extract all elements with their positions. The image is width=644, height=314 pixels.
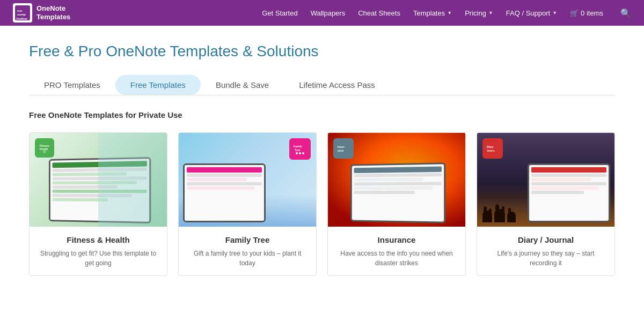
- svg-point-11: [299, 152, 301, 154]
- card-badge-family: Family Tree: [289, 138, 311, 160]
- svg-point-12: [302, 152, 304, 154]
- nav-item-get-started[interactable]: Get Started: [262, 9, 297, 17]
- svg-text:comp: comp: [17, 13, 26, 16]
- card-badge-fitness: Fitness Health: [35, 138, 54, 158]
- card-title-fitness: Fitness & Health: [37, 235, 159, 244]
- search-button[interactable]: 🔍: [616, 8, 631, 18]
- card-insurance[interactable]: Insur- ance: [327, 132, 466, 276]
- card-title-family: Family Tree: [186, 235, 309, 244]
- nav-links: Get Started Wallpapers Cheat Sheets Temp…: [262, 8, 631, 18]
- svg-text:Tree: Tree: [295, 148, 301, 152]
- nav-item-faq[interactable]: FAQ / Support▼: [506, 9, 557, 17]
- tablet-mockup-insurance: [350, 162, 446, 223]
- logo[interactable]: cur. comp OneNote OneNote Templates: [13, 3, 70, 23]
- tab-bar: PRO Templates Free Templates Bundle & Sa…: [29, 75, 615, 95]
- card-title-insurance: Insurance: [335, 235, 458, 244]
- main-content: Free & Pro OneNote Templates & Solutions…: [16, 26, 628, 276]
- tablet-mockup-family: [183, 163, 266, 222]
- cart-button[interactable]: 🛒 0 items: [570, 9, 603, 17]
- card-title-diary: Diary / Journal: [485, 235, 607, 244]
- cards-grid: Fitness Health: [29, 132, 615, 276]
- svg-rect-13: [336, 141, 350, 155]
- chevron-down-icon: ▼: [447, 10, 452, 16]
- chevron-down-icon: ▼: [488, 10, 493, 16]
- card-body-diary: Diary / Journal Life's a journey so they…: [477, 227, 614, 275]
- logo-text: OneNote Templates: [36, 4, 70, 21]
- nav-item-cheat-sheets[interactable]: Cheat Sheets: [358, 9, 400, 17]
- svg-text:Diary: Diary: [487, 145, 494, 148]
- svg-text:Insur-: Insur-: [338, 145, 345, 148]
- logo-icon: cur. comp OneNote: [13, 3, 32, 23]
- tab-bundle-save[interactable]: Bundle & Save: [201, 75, 284, 95]
- chevron-down-icon: ▼: [552, 10, 557, 16]
- svg-text:OneNote: OneNote: [16, 17, 27, 20]
- svg-point-10: [296, 152, 298, 154]
- tab-free-templates[interactable]: Free Templates: [115, 75, 201, 95]
- card-body-insurance: Insurance Have access to the info you ne…: [328, 227, 465, 275]
- camel-silhouettes: [482, 209, 516, 222]
- svg-text:cur.: cur.: [17, 9, 23, 12]
- card-family-tree[interactable]: Family Tree: [178, 132, 317, 276]
- svg-text:Health: Health: [40, 147, 48, 151]
- nav-item-pricing[interactable]: Pricing▼: [465, 9, 493, 17]
- card-diary-journal[interactable]: Diary Journ.: [477, 132, 615, 276]
- card-desc-diary: Life's a journey so they say – start rec…: [485, 249, 607, 268]
- card-body-fitness: Fitness & Health Struggling to get fit? …: [30, 227, 167, 275]
- card-badge-insurance: Insur- ance: [333, 138, 354, 159]
- card-desc-family: Gift a family tree to your kids – plant …: [186, 249, 309, 268]
- card-image-insurance: Insur- ance: [328, 133, 465, 227]
- nav-item-wallpapers[interactable]: Wallpapers: [311, 9, 346, 17]
- svg-point-7: [43, 150, 46, 153]
- svg-text:ance: ance: [338, 149, 344, 152]
- search-icon: 🔍: [620, 9, 631, 18]
- card-fitness-health[interactable]: Fitness Health: [29, 132, 167, 276]
- card-image-fitness: Fitness Health: [30, 133, 167, 227]
- section-label: Free OneNote Templates for Private Use: [29, 110, 615, 119]
- cart-icon: 🛒: [570, 9, 579, 17]
- nav-item-templates[interactable]: Templates▼: [413, 9, 452, 17]
- tab-lifetime-access[interactable]: Lifetime Access Pass: [284, 75, 390, 95]
- tablet-mockup-diary: [528, 163, 610, 222]
- svg-rect-16: [486, 141, 500, 155]
- card-image-family: Family Tree: [179, 133, 316, 227]
- page-title: Free & Pro OneNote Templates & Solutions: [29, 43, 615, 60]
- tab-pro-templates[interactable]: PRO Templates: [29, 75, 115, 95]
- card-image-diary: Diary Journ.: [477, 133, 614, 227]
- card-desc-insurance: Have access to the info you need when di…: [335, 249, 458, 268]
- svg-text:Family: Family: [294, 145, 302, 148]
- card-body-family: Family Tree Gift a family tree to your k…: [179, 227, 316, 275]
- card-desc-fitness: Struggling to get fit? Use this template…: [37, 249, 159, 268]
- navbar: cur. comp OneNote OneNote Templates Get …: [0, 0, 644, 26]
- card-badge-diary: Diary Journ.: [482, 138, 503, 159]
- svg-text:Journ.: Journ.: [487, 149, 495, 152]
